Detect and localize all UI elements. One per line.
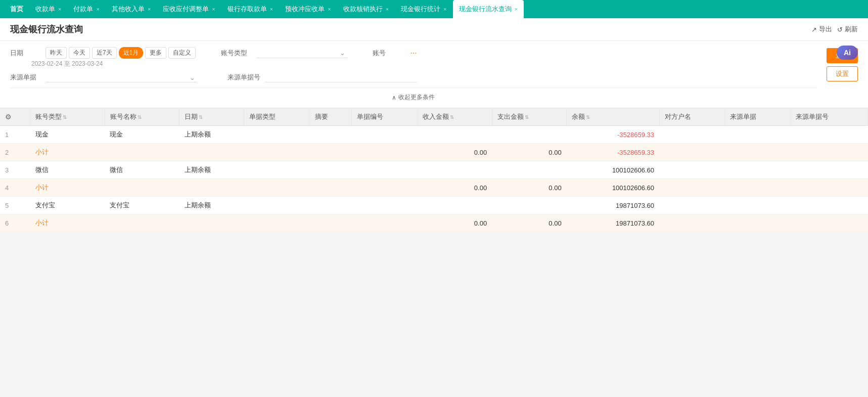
row-summary: [309, 179, 352, 197]
account-type-select-wrapper: [256, 48, 347, 58]
date-btn-yesterday[interactable]: 昨天: [45, 47, 67, 59]
source-doc-no-input[interactable]: [265, 72, 417, 82]
gear-icon: ⚙: [5, 113, 12, 121]
export-button[interactable]: ↗ 导出: [811, 25, 832, 34]
nav-bank-deposit[interactable]: 银行存取款单 ×: [221, 0, 279, 18]
nav-other-income[interactable]: 其他收入单 ×: [106, 0, 157, 18]
row-source-doc: [725, 126, 791, 144]
col-account-name[interactable]: 账号名称⇅: [105, 108, 179, 126]
close-icon[interactable]: ×: [386, 6, 389, 12]
refresh-button[interactable]: ↺ 刷新: [837, 25, 858, 34]
source-doc-no-label: 来源单据号: [227, 73, 260, 82]
row-num: 4: [0, 179, 30, 197]
close-icon[interactable]: ×: [270, 6, 273, 12]
row-num: 6: [0, 214, 30, 232]
close-icon[interactable]: ×: [58, 6, 61, 12]
row-date: 上期余额: [179, 161, 244, 179]
row-expense: 0.00: [492, 144, 567, 161]
nav-advance-offset[interactable]: 预收冲应收单 ×: [279, 0, 337, 18]
refresh-icon: ↺: [837, 26, 843, 33]
date-range-display: 2023-02-24 至 2023-03-24: [31, 60, 103, 68]
row-source-doc: [725, 161, 791, 179]
nav-verification[interactable]: 收款核销执行 ×: [337, 0, 395, 18]
nav-home[interactable]: 首页: [4, 0, 29, 18]
date-btn-1month[interactable]: 近1月: [119, 47, 144, 59]
sort-icon: ⇅: [450, 114, 454, 120]
table-row: 4 小计 0.00 0.00 100102606.60: [0, 179, 868, 197]
row-doc-no: [352, 144, 418, 161]
close-icon[interactable]: ×: [515, 6, 518, 12]
row-counterpart: [659, 126, 725, 144]
row-doc-type: [244, 126, 310, 144]
row-doc-type: [244, 144, 310, 161]
close-icon[interactable]: ×: [212, 6, 215, 12]
col-counterpart: 对方户名: [659, 108, 725, 126]
row-doc-type: [244, 161, 310, 179]
close-icon[interactable]: ×: [443, 6, 446, 12]
row-source-doc: [725, 179, 791, 197]
col-settings[interactable]: ⚙: [0, 108, 30, 126]
row-date: [179, 179, 244, 197]
nav-payment[interactable]: 付款单 ×: [67, 0, 105, 18]
row-balance: 100102606.60: [567, 161, 659, 179]
table-body: 1 现金 现金 上期余额 -3528659.33 2 小计 0.00 0.00 …: [0, 126, 868, 232]
col-expense[interactable]: 支出金额⇅: [492, 108, 567, 126]
row-expense: [492, 197, 567, 214]
filter-row-source: 来源单据 来源单据号: [10, 72, 816, 82]
row-account-type: 微信: [30, 161, 105, 179]
nav-adjustment[interactable]: 应收应付调整单 ×: [157, 0, 221, 18]
col-summary: 摘要: [309, 108, 352, 126]
account-dots-button[interactable]: ···: [408, 49, 419, 58]
row-num: 1: [0, 126, 30, 144]
row-balance: 19871073.60: [567, 214, 659, 232]
row-source-doc-no: [791, 144, 868, 161]
row-summary: [309, 214, 352, 232]
col-balance[interactable]: 余额⇅: [567, 108, 659, 126]
chevron-up-icon: ∧: [392, 94, 396, 101]
nav-cash-flow[interactable]: 现金银行流水查询 ×: [453, 0, 524, 18]
table-row: 1 现金 现金 上期余额 -3528659.33: [0, 126, 868, 144]
row-summary: [309, 197, 352, 214]
row-account-name: [105, 144, 179, 161]
row-account-type: 支付宝: [30, 197, 105, 214]
date-btn-7days[interactable]: 近7天: [92, 47, 117, 59]
settings-button[interactable]: 设置: [827, 66, 858, 81]
sort-icon: ⇅: [199, 114, 203, 120]
row-balance: -3528659.33: [567, 126, 659, 144]
date-btn-custom[interactable]: 自定义: [168, 47, 196, 59]
row-income: 0.00: [418, 144, 492, 161]
header-actions: ↗ 导出 ↺ 刷新: [811, 25, 858, 34]
col-date[interactable]: 日期⇅: [179, 108, 244, 126]
row-expense: 0.00: [492, 214, 567, 232]
ai-badge[interactable]: Ai: [837, 46, 858, 60]
row-date: 上期余额: [179, 126, 244, 144]
row-expense: 0.00: [492, 179, 567, 197]
date-btn-today[interactable]: 今天: [69, 47, 90, 59]
row-account-name: 现金: [105, 126, 179, 144]
row-income: 0.00: [418, 214, 492, 232]
date-btn-more[interactable]: 更多: [145, 47, 166, 59]
close-icon[interactable]: ×: [96, 6, 99, 12]
account-type-select[interactable]: [256, 48, 347, 58]
close-icon[interactable]: ×: [148, 6, 151, 12]
row-source-doc-no: [791, 214, 868, 232]
source-doc-label: 来源单据: [10, 73, 40, 82]
close-icon[interactable]: ×: [328, 6, 331, 12]
row-balance: -3528659.33: [567, 144, 659, 161]
nav-receipt[interactable]: 收款单 ×: [29, 0, 67, 18]
col-income[interactable]: 收入金额⇅: [418, 108, 492, 126]
row-balance: 19871073.60: [567, 197, 659, 214]
collapse-button[interactable]: ∧ 收起更多条件: [10, 91, 816, 104]
row-income: [418, 197, 492, 214]
source-doc-select[interactable]: [45, 72, 197, 82]
page-title: 现金银行流水查询: [10, 23, 83, 35]
nav-cash-stats[interactable]: 现金银行统计 ×: [395, 0, 452, 18]
row-account-type: 现金: [30, 126, 105, 144]
row-doc-type: [244, 179, 310, 197]
col-source-doc-no: 来源单据号: [791, 108, 868, 126]
sort-icon: ⇅: [138, 114, 142, 120]
row-source-doc-no: [791, 197, 868, 214]
row-counterpart: [659, 144, 725, 161]
col-source-doc: 来源单据: [725, 108, 791, 126]
col-account-type[interactable]: 账号类型⇅: [30, 108, 105, 126]
